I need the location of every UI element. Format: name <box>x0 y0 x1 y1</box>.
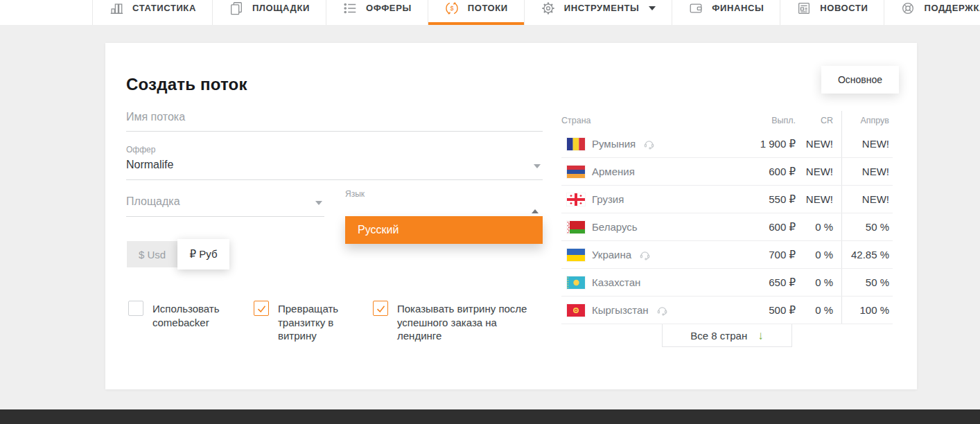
approve-value: NEW! <box>841 130 893 157</box>
flag-belarus-icon <box>561 213 592 240</box>
nav-label: ПОТОКИ <box>468 3 508 13</box>
nav-label: ОФФЕРЫ <box>366 3 412 13</box>
list-icon <box>342 1 358 16</box>
offer-label: Оффер <box>126 145 543 154</box>
header-cr: CR <box>804 111 841 130</box>
stream-name-input[interactable] <box>126 107 543 132</box>
flag-romania-icon <box>561 130 592 157</box>
news-icon <box>796 1 812 16</box>
approve-value: 100 % <box>841 297 893 324</box>
countries-table-footer: Все 8 стран ↓ <box>561 324 893 347</box>
payout-value: 600 ₽ <box>728 158 804 185</box>
nav-item-support[interactable]: ПОДДЕРЖКА <box>884 0 980 25</box>
cr-value: NEW! <box>804 158 841 185</box>
nav-item-statistics[interactable]: СТАТИСТИКА <box>92 0 212 25</box>
table-row: Беларусь 600 ₽ 0 % 50 % <box>561 213 893 241</box>
payout-value: 700 ₽ <box>728 241 804 268</box>
headset-icon <box>656 304 668 316</box>
nav-label: ИНСТРУМЕНТЫ <box>564 3 639 13</box>
pages-icon <box>229 1 244 16</box>
country-name: Украина <box>592 249 631 260</box>
offer-value: Normalife <box>126 159 173 170</box>
country-name: Беларусь <box>592 221 638 233</box>
offer-field[interactable]: Оффер Normalife <box>126 145 543 180</box>
platform-field[interactable]: Площадка <box>126 191 324 217</box>
countries-table: Страна Выпл. CR Аппрув Румыния 1 900 ₽ N… <box>561 111 893 347</box>
currency-usd-button[interactable]: $ Usd <box>127 241 177 267</box>
payout-value: 600 ₽ <box>728 213 804 240</box>
nav-label: ПЛОЩАДКИ <box>252 3 310 13</box>
header-country: Страна <box>561 111 728 130</box>
country-name: Кыргызстан <box>592 304 649 316</box>
lifebuoy-icon <box>900 1 916 16</box>
arrow-down-icon: ↓ <box>758 330 764 342</box>
nav-label: НОВОСТИ <box>820 3 868 13</box>
header-payout: Выпл. <box>728 111 804 130</box>
currency-toggle: $ Usd ₽ Руб <box>127 239 229 270</box>
payout-value: 1 900 ₽ <box>728 130 804 157</box>
check-icon <box>376 303 386 314</box>
checkbox-label: Использовать comebacker <box>152 301 254 343</box>
checkbox-box <box>373 301 388 316</box>
page-title: Создать поток <box>126 75 247 94</box>
table-row: Кыргызстан 500 ₽ 0 % 100 % <box>561 297 893 324</box>
nav-item-finances[interactable]: ФИНАНСЫ <box>672 0 780 25</box>
chevron-up-icon <box>532 209 539 213</box>
language-field[interactable]: Язык <box>345 189 543 220</box>
headset-icon <box>643 138 655 150</box>
checkbox-showcase-after-order[interactable]: Показывать витрину после успешного заказ… <box>373 301 534 343</box>
country-name: Грузия <box>592 193 624 205</box>
all-countries-label: Все 8 стран <box>690 330 747 342</box>
cr-value: 0 % <box>804 269 841 296</box>
checkbox-label: Показывать витрину после успешного заказ… <box>397 301 534 343</box>
checkbox-label: Превращать транзитку в витрину <box>278 301 373 343</box>
approve-value: NEW! <box>841 158 893 185</box>
headset-icon <box>639 249 651 260</box>
country-name: Казахстан <box>592 276 640 288</box>
dollar-cycle-icon: $ <box>444 1 460 16</box>
approve-value: 50 % <box>841 269 893 296</box>
all-countries-button[interactable]: Все 8 стран ↓ <box>662 324 792 347</box>
nav-label: СТАТИСТИКА <box>132 3 196 13</box>
payout-value: 500 ₽ <box>728 297 804 324</box>
options-row: Использовать comebacker Превращать транз… <box>128 301 534 343</box>
table-row: Армения 600 ₽ NEW! NEW! <box>561 158 893 186</box>
table-row: Казахстан 650 ₽ 0 % 50 % <box>561 269 893 297</box>
approve-value: NEW! <box>841 186 893 213</box>
language-label: Язык <box>345 189 543 199</box>
page-footer-bar <box>0 409 980 424</box>
stream-name-field <box>126 107 543 132</box>
main-tab-button[interactable]: Основное <box>821 66 899 94</box>
language-option-russian[interactable]: Русский <box>345 216 543 244</box>
checkbox-transit-to-showcase[interactable]: Превращать транзитку в витрину <box>254 301 373 343</box>
checkbox-comebacker[interactable]: Использовать comebacker <box>128 301 254 343</box>
checkbox-box <box>128 301 143 316</box>
currency-rub-button[interactable]: ₽ Руб <box>177 239 229 270</box>
flag-kyrgyzstan-icon <box>561 297 592 324</box>
flag-kazakhstan-icon <box>561 269 592 296</box>
nav-item-news[interactable]: НОВОСТИ <box>780 0 884 25</box>
chevron-down-icon <box>534 164 541 168</box>
check-icon <box>256 303 267 314</box>
nav-item-platforms[interactable]: ПЛОЩАДКИ <box>212 0 326 25</box>
wallet-icon <box>688 1 703 16</box>
top-nav: СТАТИСТИКА ПЛОЩАДКИ ОФФЕРЫ <box>0 0 980 25</box>
gear-icon <box>541 1 556 16</box>
country-name: Румыния <box>592 138 636 150</box>
nav-item-streams[interactable]: $ ПОТОКИ <box>428 0 524 25</box>
chevron-down-icon <box>315 201 322 205</box>
checkbox-box <box>254 301 269 316</box>
bar-chart-icon <box>109 1 124 16</box>
country-name: Армения <box>592 166 635 177</box>
nav-item-offers[interactable]: ОФФЕРЫ <box>326 0 428 25</box>
nav-label: ФИНАНСЫ <box>712 3 764 13</box>
create-stream-card: Создать поток Основное Оффер Normalife П… <box>105 43 917 389</box>
table-row: Грузия 550 ₽ NEW! NEW! <box>561 186 893 213</box>
table-row: Румыния 1 900 ₽ NEW! NEW! <box>561 130 893 158</box>
payout-value: 650 ₽ <box>728 269 804 296</box>
table-row: Украина 700 ₽ 0 % 42.85 % <box>561 241 893 269</box>
cr-value: 0 % <box>804 297 841 324</box>
cr-value: 0 % <box>804 213 841 240</box>
nav-item-tools[interactable]: ИНСТРУМЕНТЫ <box>524 0 672 25</box>
cr-value: 0 % <box>804 241 841 268</box>
